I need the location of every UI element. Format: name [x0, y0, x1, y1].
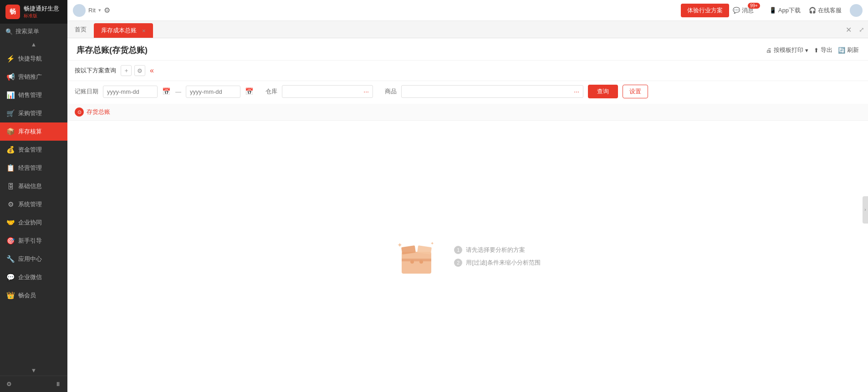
print-btn[interactable]: 🖨 按模板打印 ▾ [766, 46, 808, 54]
page-actions: 🖨 按模板打印 ▾ ⬆ 导出 🔄 刷新 [766, 46, 859, 54]
industry-btn[interactable]: 体验行业方案 [681, 4, 729, 17]
sidebar-item-operations[interactable]: 📋 经营管理 [0, 159, 67, 177]
tab-active-label: 库存成本总账 [101, 26, 137, 35]
headset-icon: 🎧 [809, 7, 816, 14]
sidebar-item-cooperation[interactable]: 🤝 企业协同 [0, 214, 67, 232]
date-start-input[interactable] [103, 86, 158, 98]
tabbar-expand-btn[interactable]: ⤢ [859, 26, 864, 33]
refresh-btn[interactable]: 🔄 刷新 [838, 46, 859, 54]
messages-badge: 99+ [748, 3, 760, 9]
sidebar-item-finance[interactable]: 💰 资金管理 [0, 141, 67, 159]
settings-button[interactable]: 设置 [623, 85, 648, 98]
sidebar-item-label: 采购管理 [18, 109, 42, 117]
sidebar-item-guide[interactable]: 🎯 新手引导 [0, 232, 67, 250]
sidebar-item-basic-info[interactable]: 🗄 基础信息 [0, 177, 67, 195]
config-filter-btn[interactable]: ⚙ [134, 65, 145, 76]
sidebar-item-marketing[interactable]: 📢 营销推广 [0, 68, 67, 86]
tabbar: 首页 库存成本总账 × ✕ ⤢ [67, 21, 868, 38]
goods-select[interactable]: ··· [401, 85, 583, 98]
app-center-icon: 🔧 [6, 255, 15, 263]
filter-row: 记账日期 📅 — 📅 仓库 ··· 商品 ··· 查询 设置 [67, 81, 868, 104]
svg-rect-3 [402, 259, 431, 261]
right-panel-toggle[interactable]: › [863, 196, 868, 224]
cooperation-icon: 🤝 [6, 219, 15, 227]
sidebar-footer: ⚙ ⏸ [0, 376, 67, 392]
tab-close-icon[interactable]: × [142, 27, 146, 34]
sidebar-item-label: 销售管理 [18, 91, 42, 99]
scheme-item-label: 存货总账 [87, 108, 110, 116]
goods-more-icon[interactable]: ··· [574, 88, 579, 95]
date-field-label: 记账日期 [75, 87, 98, 96]
svg-point-4 [410, 260, 414, 264]
sidebar-item-label: 库存核算 [18, 127, 42, 136]
svg-text:✦: ✦ [397, 241, 403, 249]
app-name-block: 畅捷通好生意 标准版 [24, 5, 59, 19]
warehouse-more-icon[interactable]: ··· [363, 88, 369, 95]
search-menu[interactable]: 🔍 搜索菜单 [0, 24, 67, 39]
tab-home[interactable]: 首页 [67, 22, 94, 38]
sidebar-item-member[interactable]: 👑 畅会员 [0, 286, 67, 305]
online-service-label: 在线客服 [818, 6, 842, 15]
warehouse-select[interactable]: ··· [282, 85, 373, 98]
calendar-start-icon[interactable]: 📅 [162, 87, 171, 96]
sidebar-item-sales[interactable]: 📊 销售管理 [0, 86, 67, 104]
page-header: 库存总账(存货总账) 🖨 按模板打印 ▾ ⬆ 导出 🔄 刷新 [67, 38, 868, 61]
topbar-right-avatar [850, 4, 863, 17]
user-avatar [73, 4, 86, 17]
filter-bar-label: 按以下方案查询 [75, 66, 116, 75]
scheme-area: ⊙ 存货总账 [67, 104, 868, 121]
sidebar-settings-icon[interactable]: ⚙ [6, 381, 12, 387]
scroll-up-btn[interactable]: ▲ [0, 39, 67, 50]
sidebar-item-purchase[interactable]: 🛒 采购管理 [0, 104, 67, 122]
export-label: 导出 [821, 46, 832, 54]
marketing-icon: 📢 [6, 73, 15, 81]
guide-icon: 🎯 [6, 237, 15, 245]
content-area: 库存总账(存货总账) 🖨 按模板打印 ▾ ⬆ 导出 🔄 刷新 按以下方案查询 [67, 38, 868, 392]
topbar-settings-icon[interactable]: ⚙ [104, 6, 110, 15]
add-filter-btn[interactable]: ＋ [121, 65, 132, 76]
sidebar: 畅 畅捷通好生意 标准版 🔍 搜索菜单 ▲ ⚡ 快捷导航 📢 营销推广 📊 销售… [0, 0, 67, 392]
search-icon: 🔍 [5, 28, 13, 35]
scroll-down-btn[interactable]: ▼ [0, 365, 67, 376]
sidebar-item-system[interactable]: ⚙ 系统管理 [0, 195, 67, 214]
basic-info-icon: 🗄 [6, 183, 15, 190]
filter-collapse-btn[interactable]: « [150, 66, 154, 75]
sidebar-item-app-center[interactable]: 🔧 应用中心 [0, 250, 67, 268]
topbar-right: 💬 消息 99+ 📱 App下载 🎧 在线客服 [733, 4, 863, 17]
purchase-icon: 🛒 [6, 109, 15, 117]
sidebar-item-label: 企业微信 [18, 273, 42, 281]
tab-inventory-ledger[interactable]: 库存成本总账 × [94, 23, 153, 38]
query-button[interactable]: 查询 [588, 85, 618, 98]
app-logo-icon: 畅 [5, 5, 20, 19]
print-label: 按模板打印 [774, 46, 803, 54]
sidebar-item-label: 基础信息 [18, 182, 42, 190]
sidebar-toggle-icon[interactable]: ⏸ [55, 381, 61, 387]
hint-text-1: 请先选择要分析的方案 [466, 246, 525, 254]
online-service-btn[interactable]: 🎧 在线客服 [809, 6, 842, 15]
topbar-user-area: Rit ▾ ⚙ [73, 4, 677, 17]
svg-rect-0 [402, 252, 431, 274]
export-btn[interactable]: ⬆ 导出 [814, 46, 832, 54]
system-icon: ⚙ [6, 200, 15, 209]
sidebar-item-inventory[interactable]: 📦 库存核算 [0, 122, 67, 141]
sidebar-item-wechat[interactable]: 💬 企业微信 [0, 268, 67, 286]
warehouse-label: 仓库 [266, 87, 277, 96]
date-end-input[interactable] [186, 86, 240, 98]
sidebar-item-label: 资金管理 [18, 146, 42, 154]
message-icon: 💬 [733, 7, 740, 14]
print-dropdown-icon[interactable]: ▾ [805, 47, 808, 54]
dropdown-icon[interactable]: ▾ [98, 7, 101, 13]
hint-number-1: 1 [454, 246, 462, 254]
topbar: Rit ▾ ⚙ 体验行业方案 💬 消息 99+ 📱 App下载 🎧 在线客服 [67, 0, 868, 21]
scheme-item-inventory[interactable]: ⊙ 存货总账 [75, 107, 110, 117]
sidebar-item-label: 畅会员 [18, 291, 36, 300]
refresh-label: 刷新 [847, 46, 859, 54]
tabbar-close-btn[interactable]: ✕ [846, 25, 852, 34]
app-download-btn[interactable]: 📱 App下载 [769, 6, 801, 15]
sidebar-item-label: 营销推广 [18, 73, 42, 81]
sidebar-item-quick-nav[interactable]: ⚡ 快捷导航 [0, 50, 67, 68]
messages-btn[interactable]: 💬 消息 99+ [733, 6, 754, 15]
calendar-end-icon[interactable]: 📅 [245, 87, 254, 96]
sidebar-item-label: 系统管理 [18, 200, 42, 209]
finance-icon: 💰 [6, 146, 15, 154]
